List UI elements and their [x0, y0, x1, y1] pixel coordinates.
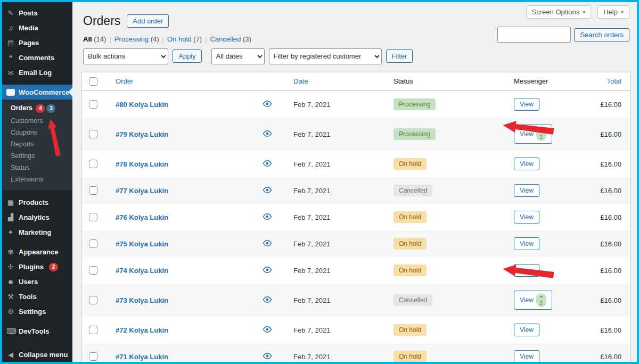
sort-by-order-link[interactable]: Order [116, 77, 133, 85]
view-button[interactable]: View+ 2 [514, 291, 552, 310]
search-input[interactable] [497, 27, 571, 43]
sidebar-item-products[interactable]: ▦ Products [2, 195, 72, 210]
order-date: Feb 7, 2021 [288, 91, 388, 118]
add-order-button[interactable]: Add order [127, 14, 169, 28]
customer-filter-select[interactable]: Filter by registered customer [269, 48, 382, 64]
bulk-actions-select[interactable]: Bulk actions [83, 48, 168, 64]
screen-options-button[interactable]: Screen Options ▾ [526, 5, 592, 19]
sort-by-total-link[interactable]: Total [607, 77, 621, 85]
admin-sidebar: ✎ Posts ♫ Media ▤ Pages ❝ Comments ✉ Ema… [2, 2, 72, 362]
sidebar-subitem-extensions[interactable]: Extensions [2, 173, 72, 185]
preview-eye-icon[interactable] [263, 101, 272, 107]
sidebar-item-marketing[interactable]: ✦ Marketing [2, 225, 72, 239]
sidebar-item-comments[interactable]: ❝ Comments [2, 50, 72, 65]
row-checkbox[interactable] [89, 213, 97, 221]
order-total: £16.00 [558, 91, 630, 118]
column-header-status: Status [388, 72, 509, 91]
screen-meta: Screen Options ▾ Help ▾ [526, 5, 629, 19]
sidebar-item-analytics[interactable]: ▟ Analytics [2, 210, 72, 225]
view-button[interactable]: View [514, 237, 539, 250]
order-link[interactable]: #75 Kolya Lukin [116, 240, 168, 248]
status-badge: On hold [394, 264, 427, 276]
sidebar-item-collapse[interactable]: ◀ Collapse menu [2, 347, 72, 362]
status-badge: On hold [394, 324, 427, 336]
preview-eye-icon[interactable] [263, 296, 272, 303]
sidebar-item-tools[interactable]: ⚒ Tools [2, 289, 72, 304]
order-total: £16.00 [558, 177, 630, 204]
row-checkbox[interactable] [89, 326, 97, 334]
order-link[interactable]: #80 Kolya Lukin [116, 101, 168, 109]
table-row: #80 Kolya Lukin Feb 7, 2021 Processing V… [81, 91, 630, 118]
chevron-down-icon: ▾ [583, 9, 585, 15]
search-orders-button[interactable]: Search orders [574, 28, 629, 42]
row-checkbox[interactable] [89, 130, 97, 138]
sidebar-subitem-coupons[interactable]: Coupons [2, 127, 72, 138]
view-button[interactable]: View [514, 264, 539, 277]
sidebar-item-woocommerce[interactable]: woo WooCommerce [2, 85, 72, 100]
help-button[interactable]: Help ▾ [597, 5, 629, 19]
sidebar-item-email-log[interactable]: ✉ Email Log [2, 65, 72, 80]
preview-eye-icon[interactable] [263, 326, 272, 333]
collapse-arrow-icon: ◀ [6, 351, 15, 359]
orders-table: Order Date Status Messenger Total #80 Ko… [81, 72, 630, 364]
preview-eye-icon[interactable] [263, 130, 272, 137]
order-link[interactable]: #72 Kolya Lukin [116, 326, 168, 334]
sidebar-item-pages[interactable]: ▤ Pages [2, 35, 72, 50]
row-checkbox[interactable] [89, 100, 97, 109]
settings-icon: ⚙ [6, 308, 15, 316]
view-on-hold-link[interactable]: On hold (7) [167, 35, 202, 43]
sidebar-subitem-customers[interactable]: Customers [2, 115, 72, 127]
view-button[interactable]: View [514, 211, 539, 224]
order-link[interactable]: #77 Kolya Lukin [116, 187, 168, 195]
table-row: #79 Kolya Lukin Feb 7, 2021 Processing V… [81, 118, 630, 151]
filter-button[interactable]: Filter [386, 49, 413, 63]
main-content: Screen Options ▾ Help ▾ Orders Add order… [72, 2, 637, 362]
sidebar-subitem-settings[interactable]: Settings [2, 150, 72, 162]
sidebar-subitem-reports[interactable]: Reports [2, 138, 72, 150]
sidebar-item-plugins[interactable]: ✢ Plugins 2 [2, 259, 72, 275]
sidebar-item-settings[interactable]: ⚙ Settings [2, 304, 72, 319]
apply-button[interactable]: Apply [173, 49, 202, 63]
preview-eye-icon[interactable] [263, 160, 272, 167]
analytics-icon: ▟ [6, 213, 15, 221]
select-all-checkbox[interactable] [89, 77, 97, 86]
view-cancelled-link[interactable]: Cancelled (3) [210, 35, 251, 43]
view-button[interactable]: View [514, 158, 539, 170]
sidebar-item-devtools[interactable]: ⌨ DevTools [2, 324, 72, 339]
order-link[interactable]: #71 Kolya Lukin [116, 353, 168, 361]
preview-eye-icon[interactable] [263, 353, 272, 359]
sidebar-item-posts[interactable]: ✎ Posts [2, 5, 72, 20]
date-filter-select[interactable]: All dates [211, 48, 265, 64]
order-link[interactable]: #79 Kolya Lukin [116, 130, 168, 138]
view-processing-link[interactable]: Processing (4) [114, 35, 159, 43]
row-checkbox[interactable] [89, 186, 97, 195]
sidebar-subitem-status[interactable]: Status [2, 162, 72, 173]
row-checkbox[interactable] [89, 296, 97, 304]
order-link[interactable]: #78 Kolya Lukin [116, 160, 168, 168]
view-button[interactable]: View [514, 98, 539, 111]
row-checkbox[interactable] [89, 266, 97, 275]
row-checkbox[interactable] [89, 160, 97, 168]
view-button[interactable]: View [514, 184, 539, 197]
order-link[interactable]: #73 Kolya Lukin [116, 296, 168, 304]
preview-eye-icon[interactable] [263, 213, 272, 220]
order-total: £16.00 [558, 230, 630, 257]
preview-eye-icon[interactable] [263, 240, 272, 246]
view-all-link[interactable]: All (14) [83, 35, 106, 43]
row-checkbox[interactable] [89, 352, 97, 361]
table-row: #73 Kolya Lukin Feb 7, 2021 Cancelled Vi… [81, 284, 630, 317]
preview-eye-icon[interactable] [263, 267, 272, 273]
view-button[interactable]: View+ 1 [514, 125, 552, 144]
view-button[interactable]: View [514, 324, 539, 336]
sort-by-date-link[interactable]: Date [293, 77, 308, 85]
sidebar-item-users[interactable]: ☻ Users [2, 275, 72, 289]
preview-eye-icon[interactable] [263, 187, 272, 193]
view-button[interactable]: View [514, 350, 539, 363]
order-link[interactable]: #74 Kolya Lukin [116, 267, 168, 275]
sidebar-item-appearance[interactable]: ✾ Appearance [2, 244, 72, 259]
order-link[interactable]: #76 Kolya Lukin [116, 213, 168, 221]
row-checkbox[interactable] [89, 239, 97, 248]
media-icon: ♫ [6, 24, 15, 32]
sidebar-subitem-orders[interactable]: Orders 43 [2, 102, 72, 115]
sidebar-item-media[interactable]: ♫ Media [2, 20, 72, 35]
